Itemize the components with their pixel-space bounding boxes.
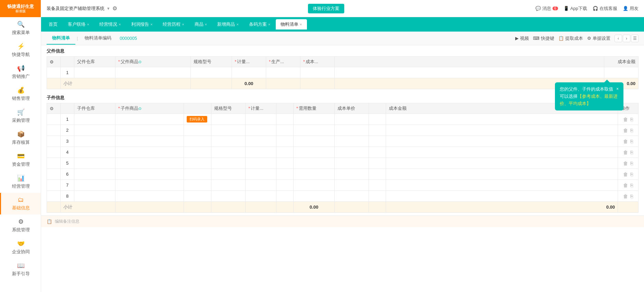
copy-icon[interactable]: ⎘ (630, 139, 633, 144)
scan-btn[interactable]: 扫码录入 (187, 116, 207, 122)
sidebar-item-inventory[interactable]: 📦 库存核算 (0, 127, 41, 149)
sidebar-item-finance[interactable]: 💳 资金管理 (0, 149, 41, 171)
copy-icon[interactable]: ⎘ (630, 117, 633, 122)
child-row8-warehouse[interactable] (74, 191, 115, 202)
child-row5-warehouse[interactable] (74, 158, 115, 169)
delete-icon[interactable]: 🗑 (623, 172, 628, 177)
child-row8-product[interactable] (115, 191, 184, 202)
nav-next[interactable]: › (623, 35, 630, 42)
child-row4-qty[interactable] (294, 147, 335, 158)
child-row3-unit-cost[interactable] (335, 136, 369, 147)
sidebar-item-search[interactable]: 🔍 搜索菜单 (0, 17, 41, 39)
child-row1-product[interactable] (115, 114, 184, 125)
sidebar-item-guide[interactable]: 📖 新手引导 (0, 258, 41, 280)
subtab-bom[interactable]: 物料清单 (47, 32, 75, 45)
tab-barcode[interactable]: 条码方案 × (244, 19, 275, 30)
tab-bom-close[interactable]: × (300, 22, 302, 26)
copy-icon[interactable]: ⎘ (630, 194, 633, 199)
sidebar-item-marketing[interactable]: 📢 营销推广 (0, 61, 41, 83)
trial-button[interactable]: 体验行业方案 (308, 4, 344, 13)
child-row6-unit[interactable] (246, 169, 276, 180)
child-row2-spec[interactable] (211, 125, 246, 136)
tab-profit[interactable]: 利润报告 × (126, 19, 157, 30)
child-row8-spec[interactable] (211, 191, 246, 202)
tab-customer[interactable]: 客户联络 × (63, 19, 94, 30)
child-row8-unit-cost[interactable] (335, 191, 369, 202)
child-row8-unit[interactable] (246, 191, 276, 202)
child-row7-product[interactable] (115, 180, 184, 191)
child-row5-qty[interactable] (294, 158, 335, 169)
sidebar-item-sales[interactable]: 💰 销售管理 (0, 83, 41, 105)
child-row2-unit-cost[interactable] (335, 125, 369, 136)
delete-icon[interactable]: 🗑 (623, 128, 628, 133)
message-item[interactable]: 💬 消息 6 (535, 5, 558, 12)
child-row1-unit[interactable] (246, 114, 276, 125)
tooltip-close-btn[interactable]: × (616, 86, 619, 92)
copy-icon[interactable]: ⎘ (630, 172, 633, 177)
child-row4-unit[interactable] (246, 147, 276, 158)
delete-icon[interactable]: 🗑 (623, 161, 628, 166)
nav-menu[interactable]: ☰ (631, 35, 639, 42)
parent-row1-cost[interactable] (300, 67, 335, 78)
delete-icon[interactable]: 🗑 (623, 139, 628, 144)
child-row3-spec[interactable] (211, 136, 246, 147)
settings-gear-icon[interactable]: ⚙ (50, 59, 54, 65)
child-row6-spec[interactable] (211, 169, 246, 180)
child-row6-qty[interactable] (294, 169, 335, 180)
online-service-item[interactable]: 🎧 在线客服 (593, 5, 617, 12)
tab-goods[interactable]: 商品 × (190, 19, 212, 30)
child-row3-qty[interactable] (294, 136, 335, 147)
tab-operation[interactable]: 经营情况 × (95, 19, 125, 30)
copy-icon[interactable]: ⎘ (630, 150, 633, 155)
sidebar-item-system[interactable]: ⚙ 系统管理 (0, 214, 41, 236)
sidebar-item-collab[interactable]: 🤝 企业协同 (0, 236, 41, 258)
child-row7-unit-cost[interactable] (335, 180, 369, 191)
tab-barcode-close[interactable]: × (268, 22, 270, 26)
parent-row1-product[interactable] (115, 67, 191, 78)
child-row6-product[interactable] (115, 169, 184, 180)
child-settings-gear-icon[interactable]: ⚙ (50, 106, 54, 111)
child-row3-product[interactable] (115, 136, 184, 147)
child-row8-qty[interactable] (294, 191, 335, 202)
tab-operation-close[interactable]: × (119, 22, 121, 26)
copy-icon[interactable]: ⎘ (630, 128, 633, 133)
copy-icon[interactable]: ⎘ (630, 161, 633, 166)
parent-row1-spec[interactable] (191, 67, 232, 78)
delete-icon[interactable]: 🗑 (623, 150, 628, 155)
user-item[interactable]: 👤 用友 (623, 5, 639, 12)
child-row2-product[interactable] (115, 125, 184, 136)
settings-icon[interactable]: ⚙ (112, 5, 117, 12)
child-row6-warehouse[interactable] (74, 169, 115, 180)
child-row7-unit[interactable] (246, 180, 276, 191)
sidebar-item-purchase[interactable]: 🛒 采购管理 (0, 105, 41, 127)
child-row7-warehouse[interactable] (74, 180, 115, 191)
child-row5-unit-cost[interactable] (335, 158, 369, 169)
child-row4-unit-cost[interactable] (335, 147, 369, 158)
video-btn[interactable]: ▶ 视频 (515, 35, 529, 42)
child-row6-unit-cost[interactable] (335, 169, 369, 180)
nav-prev[interactable]: ‹ (615, 35, 622, 42)
sidebar-item-business[interactable]: 📊 经营管理 (0, 171, 41, 193)
sidebar-item-basic[interactable]: 🗂 基础信息 (0, 193, 41, 214)
tab-bom[interactable]: 物料清单 × (276, 19, 307, 30)
parent-row1-production[interactable] (266, 67, 300, 78)
delete-icon[interactable]: 🗑 (623, 183, 628, 188)
child-row5-spec[interactable] (211, 158, 246, 169)
child-row2-unit[interactable] (246, 125, 276, 136)
delete-icon[interactable]: 🗑 (623, 194, 628, 199)
parent-row1-unit[interactable] (232, 67, 266, 78)
child-row3-unit[interactable] (246, 136, 276, 147)
tab-history-close[interactable]: × (182, 22, 184, 26)
child-row5-unit[interactable] (246, 158, 276, 169)
child-row3-warehouse[interactable] (74, 136, 115, 147)
tab-profit-close[interactable]: × (150, 22, 152, 26)
parent-row1-warehouse[interactable] (74, 67, 115, 78)
sidebar-item-quicknav[interactable]: ⚡ 快捷导航 (0, 39, 41, 61)
extract-cost-btn[interactable]: 📋 提取成本 (558, 35, 583, 42)
child-row2-warehouse[interactable] (74, 125, 115, 136)
tab-home[interactable]: 首页 (44, 19, 62, 30)
child-row7-spec[interactable] (211, 180, 246, 191)
child-row5-product[interactable] (115, 158, 184, 169)
app-download-item[interactable]: 📱 App下载 (564, 5, 587, 12)
child-row4-spec[interactable] (211, 147, 246, 158)
